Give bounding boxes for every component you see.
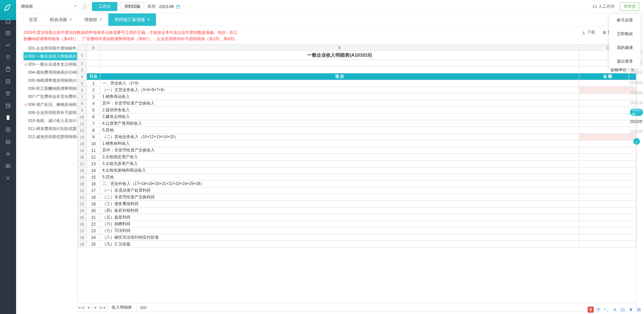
nav-review-icon[interactable] [5,78,11,84]
nav-clipboard-icon[interactable] [5,66,11,72]
cell[interactable]: 6 [87,114,100,120]
cell[interactable]: （二）其他业务收入（10+12+13+14+15） [100,134,579,140]
col-header-b[interactable]: B [100,45,579,51]
nav-money-icon[interactable] [5,54,11,60]
year-item[interactable]: 2024年 [629,127,644,137]
row-number[interactable]: 14 [77,140,87,147]
row-number[interactable]: 10 [77,114,87,120]
row-number[interactable]: 24 [77,207,87,214]
cell[interactable]: 21 [87,214,100,221]
row-number[interactable]: 3 [77,67,87,73]
row-number[interactable]: 7 [77,93,87,100]
tree-item[interactable]: ⊘008-资产折旧、摊销及纳税... [23,101,77,109]
row-number[interactable]: 15 [77,147,87,154]
row-number[interactable]: 13 [77,134,87,140]
tree-item[interactable]: 012-减免所得税优惠明细表(... [23,133,77,141]
row-number[interactable]: 2 [77,60,87,67]
nav-inbox-icon[interactable] [5,139,11,145]
cell[interactable]: 1 [87,80,100,87]
cell[interactable]: 25 [87,241,100,248]
nav-video-icon[interactable] [5,163,11,169]
user-menu-item[interactable]: 账号设置 [609,13,641,27]
ime-keyboard-icon[interactable] [620,307,626,313]
cell[interactable] [579,114,636,120]
switch-old-button[interactable]: 切到旧版 [121,2,144,11]
row-number[interactable]: 29 [77,241,87,248]
cell[interactable]: 19 [87,201,100,207]
row-number[interactable]: 23 [77,201,87,207]
cell[interactable] [579,134,636,140]
nav-settings-icon[interactable] [5,151,11,157]
user-menu-item[interactable]: 退出登录 [609,55,641,68]
nav-home-icon[interactable] [5,18,11,24]
cell[interactable] [579,228,636,234]
nav-tax-icon[interactable] [5,115,11,121]
cell[interactable]: 4.让渡资产使用权收入 [100,120,579,127]
year-item[interactable]: 2018年 [629,68,644,78]
row-number[interactable]: 9 [77,107,87,114]
cell[interactable]: 8 [87,127,100,134]
row-number[interactable]: 27 [77,228,87,234]
row-number[interactable]: 19 [77,174,87,181]
row-number[interactable]: 26 [77,221,87,228]
cell[interactable]: 20 [87,207,100,214]
cell[interactable]: 24 [87,234,100,241]
cell[interactable]: 1.销售商品收入 [100,93,579,100]
cell[interactable] [579,140,636,147]
cell[interactable]: 22 [87,221,100,228]
tree-item[interactable]: ⊘003-一般企业成本支出明细... [23,60,77,68]
nav-chart-icon[interactable] [5,42,11,48]
nav-shirt-icon[interactable] [5,90,11,97]
cell[interactable]: 3 [87,93,100,100]
year-item[interactable]: 2021年 [629,98,644,108]
col-header-a[interactable]: A [87,45,100,51]
cell[interactable]: 18 [87,194,100,201]
cell[interactable]: 1.销售材料收入 [100,140,579,147]
tree-item[interactable]: 004-期间费用明细表(A1040... [23,68,77,76]
tree-item[interactable]: 011-研发费用加计扣除优惠... [23,125,77,133]
row-number[interactable]: 11 [77,120,87,127]
period-picker[interactable]: 2023-09 [159,4,180,9]
cell[interactable] [579,201,636,207]
hscroll-track[interactable] [140,306,634,309]
row-number[interactable]: 8 [77,100,87,107]
row-number[interactable]: 28 [77,234,87,241]
row-number[interactable]: 6 [77,87,87,93]
sheet-nav-prev[interactable]: ◄ [85,303,92,312]
close-icon[interactable]: ✕ [147,17,150,22]
cell[interactable] [579,120,636,127]
user-menu-item[interactable]: 立即购买 [609,27,641,41]
ime-shirt-icon[interactable] [628,307,634,313]
nav-exchange-icon[interactable] [5,127,11,133]
cell[interactable]: （一）非流动资产处置利得 [100,187,579,194]
user-menu-item[interactable]: 我的邀请 [609,41,641,55]
nav-v-icon[interactable] [5,175,11,181]
row-number[interactable]: 22 [77,194,87,201]
page-tab[interactable]: 首页 [23,13,44,26]
ime-lang[interactable]: 中 [596,307,602,313]
page-tab[interactable]: 增值税✕ [78,13,108,26]
nav-calendar-icon[interactable] [5,103,11,109]
cell[interactable]: 13 [87,161,100,167]
cell[interactable]: （六）捐赠利得 [100,221,579,228]
ime-mic-icon[interactable] [612,307,618,313]
cell[interactable] [579,214,636,221]
row-number[interactable]: 25 [77,214,87,221]
sheet-body[interactable]: 1一般企业收入明细表(A101010)23金额单位：元4行次项 目金 额51一、… [77,51,636,303]
row-number[interactable]: 17 [77,161,87,167]
cell[interactable]: 10 [87,140,100,147]
close-icon[interactable]: ✕ [69,17,72,22]
cell[interactable]: 2 [87,87,100,93]
workbench-button[interactable]: 工作台 [92,2,117,11]
cell[interactable]: （八）确实无法偿付的应付款项 [100,234,579,241]
cell[interactable]: （七）罚没利得 [100,228,579,234]
cell[interactable] [579,93,636,100]
tree-item[interactable]: 007-广告费和业务宣传费跨... [23,92,77,101]
tree-item[interactable]: 009-企业所得税弥补亏损明... [23,109,77,117]
row-number[interactable]: 12 [77,127,87,134]
ime-punct-icon[interactable]: •， [604,307,610,313]
cell[interactable]: 12 [87,154,100,161]
tree-item[interactable]: 006-职工薪酬纳税调整明细... [23,84,77,92]
cell[interactable] [579,221,636,228]
year-more-icon[interactable]: ⌄ [633,138,640,145]
